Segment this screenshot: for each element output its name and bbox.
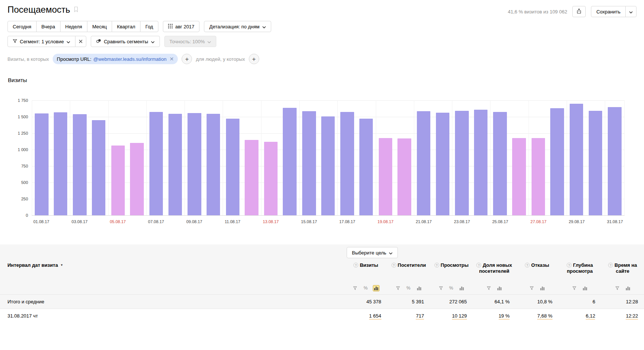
bar-14[interactable]: [283, 108, 296, 215]
url-filter-chip[interactable]: Просмотр URL: @webmaster.leads.su/inform…: [53, 54, 178, 64]
cell-value[interactable]: 7,68 %: [537, 313, 552, 319]
bar-15[interactable]: [302, 111, 316, 215]
add-people-condition-button[interactable]: +: [249, 54, 259, 64]
bar-12[interactable]: [245, 140, 258, 215]
chart-icon[interactable]: [458, 285, 465, 291]
save-button[interactable]: Сохранить: [591, 6, 626, 17]
help-icon[interactable]: ?: [567, 263, 572, 268]
bookmark-icon[interactable]: [74, 6, 78, 13]
bar-28[interactable]: [550, 108, 564, 215]
filter-icon[interactable]: [395, 285, 401, 291]
x-axis-label: 09.08.17: [186, 219, 202, 224]
period-yesterday-button[interactable]: Вчера: [36, 21, 61, 32]
metric-header-1[interactable]: ?Посетители: [387, 260, 430, 268]
bar-7[interactable]: [149, 112, 163, 215]
percent-icon[interactable]: %: [448, 285, 455, 291]
bar-8[interactable]: [168, 114, 182, 215]
cell-value[interactable]: 1 654: [369, 313, 381, 319]
filter-icon[interactable]: [614, 285, 620, 291]
metric-header-6[interactable]: ?Время на сайте: [601, 260, 644, 275]
accuracy-button[interactable]: Точность: 100%: [164, 36, 217, 47]
help-icon[interactable]: ?: [525, 263, 530, 268]
bar-30[interactable]: [589, 111, 602, 215]
bar-6[interactable]: [130, 143, 143, 215]
bar-20[interactable]: [397, 138, 411, 215]
bar-24[interactable]: [474, 110, 487, 215]
metric-header-3[interactable]: ?Доля новых посетителей: [473, 260, 516, 275]
chip-close-icon[interactable]: ✕: [170, 56, 174, 62]
bar-3[interactable]: [73, 114, 86, 215]
metric-header-4[interactable]: ?Отказы: [515, 260, 558, 268]
date-range-button[interactable]: авг 2017: [163, 21, 199, 32]
period-quarter-button[interactable]: Квартал: [112, 21, 140, 32]
metric-header-2[interactable]: ?Просмотры: [430, 260, 473, 268]
bar-17[interactable]: [340, 112, 354, 215]
percent-icon[interactable]: %: [362, 285, 369, 291]
help-icon[interactable]: ?: [391, 263, 396, 268]
table-rows: Итого и средние45 3785 391272 06564,1 %1…: [0, 294, 644, 323]
bar-25[interactable]: [493, 112, 507, 215]
chart-icon[interactable]: [625, 285, 631, 291]
export-button[interactable]: [572, 6, 586, 17]
bar-4[interactable]: [92, 120, 105, 215]
bar-26[interactable]: [512, 138, 526, 215]
bar-22[interactable]: [436, 113, 449, 215]
period-month-button[interactable]: Месяц: [87, 21, 112, 32]
help-icon[interactable]: ?: [476, 263, 481, 268]
help-icon[interactable]: ?: [608, 263, 613, 268]
period-today-button[interactable]: Сегодня: [7, 21, 37, 32]
filter-icon[interactable]: [529, 285, 535, 291]
bar-23[interactable]: [455, 111, 468, 215]
bar-31[interactable]: [608, 107, 621, 215]
chip-url-link[interactable]: @webmaster.leads.su/information: [93, 56, 167, 62]
help-icon[interactable]: ?: [434, 263, 439, 268]
help-icon[interactable]: ?: [353, 263, 358, 268]
period-week-button[interactable]: Неделя: [60, 21, 87, 32]
bar-5[interactable]: [111, 146, 125, 215]
bar-9[interactable]: [188, 113, 201, 215]
filter-icon[interactable]: [571, 285, 578, 291]
chart-bars: [32, 100, 625, 215]
filter-icon[interactable]: [486, 285, 492, 291]
bar-2[interactable]: [54, 112, 67, 215]
compare-segments-button[interactable]: Сравнить сегменты: [91, 36, 160, 47]
percent-icon[interactable]: %: [405, 285, 412, 291]
segment-clear-button[interactable]: [75, 36, 86, 47]
segment-button[interactable]: Сегмент: 1 условие: [7, 36, 75, 47]
chart-icon[interactable]: [539, 285, 546, 291]
cell-value[interactable]: 12:22: [626, 313, 638, 319]
chip-prefix: Просмотр URL:: [57, 56, 92, 62]
period-year-button[interactable]: Год: [140, 21, 158, 32]
chart-icon[interactable]: [496, 285, 503, 291]
filter-icon[interactable]: [438, 285, 444, 291]
bar-29[interactable]: [570, 104, 583, 215]
goal-row: Выберите цель: [0, 244, 644, 260]
bar-19[interactable]: [379, 138, 392, 215]
bar-27[interactable]: [532, 138, 545, 215]
cell-value[interactable]: 717: [416, 313, 424, 319]
select-goal-button[interactable]: Выберите цель: [347, 247, 398, 258]
metric-header-5[interactable]: ?Глубина просмотра: [558, 260, 601, 275]
detail-level-button[interactable]: Детализация: по дням: [204, 21, 271, 32]
bar-13[interactable]: [264, 142, 278, 215]
chart-icon[interactable]: [582, 285, 588, 291]
chart-icon[interactable]: [416, 285, 422, 291]
save-dropdown-button[interactable]: [625, 6, 637, 17]
chevron-down-icon: [262, 24, 266, 29]
bar-18[interactable]: [359, 119, 373, 215]
chart-icon[interactable]: [373, 285, 380, 291]
metric-header-0[interactable]: ?Визиты: [344, 260, 387, 268]
add-visit-condition-button[interactable]: +: [182, 54, 192, 64]
bar-1[interactable]: [35, 113, 48, 215]
bar-16[interactable]: [321, 116, 335, 215]
bar-11[interactable]: [226, 119, 239, 215]
bar-10[interactable]: [207, 114, 220, 215]
filter-icon[interactable]: [352, 285, 358, 291]
cell-value[interactable]: 10 129: [452, 313, 467, 319]
chevron-down-icon: [207, 39, 211, 44]
bar-21[interactable]: [417, 111, 430, 215]
cell-value[interactable]: 19 %: [499, 313, 510, 319]
close-icon: [79, 39, 83, 44]
cell-value[interactable]: 6,12: [586, 313, 595, 319]
date-column-header[interactable]: Интервал дат визита ▼: [0, 260, 344, 268]
